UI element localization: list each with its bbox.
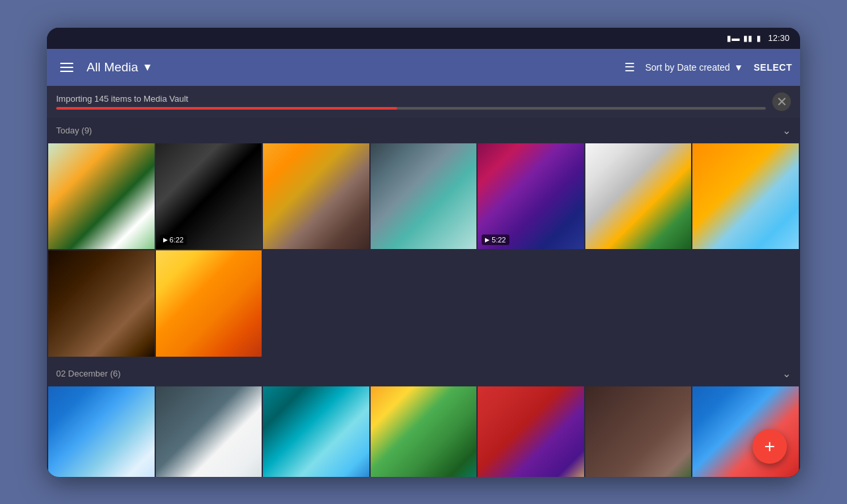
media-thumbnail (371, 386, 477, 477)
progress-fill (56, 107, 397, 110)
media-thumbnail (478, 143, 584, 250)
import-text: Importing 145 items to Media Vault (56, 94, 766, 104)
status-bar: ▮▬ ▮▮ ▮ 12:30 (47, 28, 800, 49)
section-december-chevron: ⌄ (782, 367, 791, 380)
media-item[interactable] (48, 250, 155, 357)
media-thumbnail (692, 386, 799, 477)
scroll-content[interactable]: Today (9) ⌄ ▶ 6:22 (47, 118, 800, 477)
media-item[interactable] (692, 386, 799, 477)
fab-add-button[interactable]: + (753, 429, 787, 464)
play-icon: ▶ (485, 236, 490, 243)
media-item[interactable] (692, 143, 799, 250)
media-thumbnail (692, 143, 799, 250)
battery-icon: ▮ (756, 34, 761, 43)
media-item[interactable] (478, 386, 584, 477)
hamburger-menu-button[interactable] (55, 57, 79, 77)
media-item[interactable] (156, 386, 262, 477)
media-item[interactable]: ▶ 6:22 (156, 143, 262, 250)
video-duration-badge: ▶ 6:22 (160, 234, 187, 245)
top-bar: All Media ▼ ☰ Sort by Date created ▼ SEL… (47, 49, 800, 86)
media-thumbnail (478, 386, 584, 477)
status-time: 12:30 (768, 33, 790, 43)
sort-button[interactable]: Sort by Date created ▼ (645, 62, 743, 73)
media-thumbnail (156, 386, 262, 477)
hamburger-line-1 (60, 63, 73, 64)
media-thumbnail (585, 386, 692, 477)
progress-track (56, 107, 766, 110)
list-view-icon[interactable]: ☰ (624, 60, 635, 75)
media-item[interactable] (263, 143, 369, 250)
top-bar-right: ☰ Sort by Date created ▼ SELECT (624, 60, 793, 75)
section-today-title: Today (9) (56, 126, 92, 135)
media-thumbnail (48, 250, 155, 357)
import-bar: Importing 145 items to Media Vault ✕ (47, 86, 800, 118)
hamburger-line-3 (60, 71, 73, 72)
section-today-chevron: ⌄ (782, 124, 791, 137)
media-grid-today: ▶ 6:22 (47, 143, 800, 358)
media-item[interactable] (48, 143, 155, 250)
section-today-header[interactable]: Today (9) ⌄ (47, 118, 800, 143)
section-today: Today (9) ⌄ ▶ 6:22 (47, 118, 800, 358)
video-duration: 6:22 (170, 236, 184, 244)
main-content: Importing 145 items to Media Vault ✕ Tod… (47, 86, 800, 477)
import-content: Importing 145 items to Media Vault (56, 94, 766, 110)
media-grid-december (47, 386, 800, 477)
media-item[interactable]: ▶ 5:22 (478, 143, 584, 250)
media-thumbnail (48, 143, 155, 250)
sort-dropdown-arrow: ▼ (734, 62, 743, 73)
media-thumbnail (263, 143, 369, 250)
title-dropdown-arrow[interactable]: ▼ (142, 61, 153, 73)
hamburger-line-2 (60, 67, 73, 68)
media-thumbnail (48, 386, 155, 477)
media-item[interactable] (371, 386, 477, 477)
media-item[interactable] (371, 143, 477, 250)
status-icons: ▮▬ ▮▮ ▮ 12:30 (727, 33, 790, 43)
section-december: 02 December (6) ⌄ (47, 361, 800, 477)
media-thumbnail (156, 250, 262, 357)
media-item[interactable] (585, 386, 692, 477)
select-button[interactable]: SELECT (754, 62, 792, 73)
media-thumbnail (371, 143, 477, 250)
device-frame: ▮▬ ▮▮ ▮ 12:30 All Media ▼ ☰ Sort by Date… (47, 28, 800, 477)
video-duration: 5:22 (492, 236, 505, 244)
app-container: All Media ▼ ☰ Sort by Date created ▼ SEL… (47, 49, 800, 477)
signal-icon: ▮▮ (743, 34, 753, 43)
app-title: All Media (87, 60, 138, 75)
section-december-title: 02 December (6) (56, 369, 121, 378)
media-item[interactable] (48, 386, 155, 477)
title-area: All Media ▼ (87, 60, 616, 75)
close-import-button[interactable]: ✕ (772, 92, 791, 111)
media-item[interactable] (585, 143, 692, 250)
media-thumbnail (156, 143, 262, 250)
video-duration-badge: ▶ 5:22 (482, 234, 509, 245)
wifi-icon: ▮▬ (727, 34, 739, 43)
play-icon: ▶ (163, 236, 168, 243)
section-december-header[interactable]: 02 December (6) ⌄ (47, 361, 800, 386)
media-item[interactable] (156, 250, 262, 357)
sort-label: Sort by Date created (645, 62, 730, 73)
media-item[interactable] (263, 386, 369, 477)
media-thumbnail (263, 386, 369, 477)
media-thumbnail (585, 143, 692, 250)
